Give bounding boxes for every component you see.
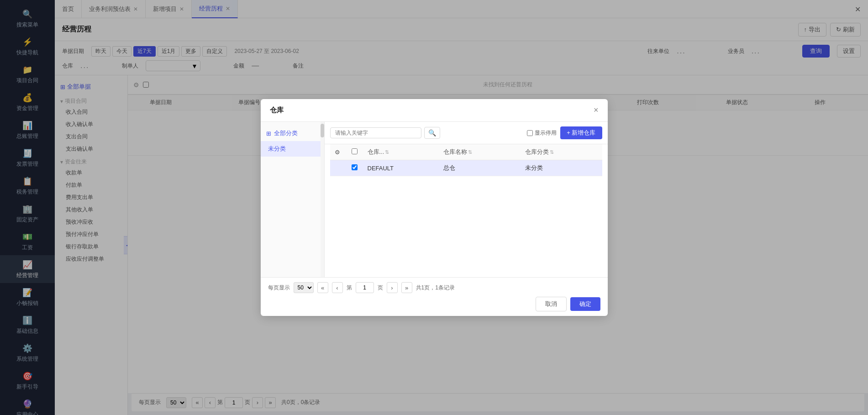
- modal-table-row[interactable]: DEFAULT 总仓 未分类: [330, 160, 602, 176]
- modal-page-input[interactable]: [356, 282, 374, 293]
- modal-all-category[interactable]: ⊞ 全部分类: [261, 126, 324, 141]
- modal-search-area: 🔍: [330, 127, 524, 139]
- modal-th-category: 仓库分类⇅: [521, 144, 602, 160]
- modal-per-page-select[interactable]: 50: [294, 282, 314, 293]
- modal-header: 仓库 ×: [261, 99, 608, 122]
- modal-actions: 取消 确定: [268, 297, 600, 311]
- modal-footer: 每页显示 50 « ‹ 第 页 › » 共1页，1条记录 取消 确定: [261, 277, 608, 316]
- confirm-button[interactable]: 确定: [570, 297, 600, 311]
- add-warehouse-btn[interactable]: + 新增仓库: [560, 126, 602, 139]
- modal-th-check: [347, 144, 363, 160]
- modal-uncategorized[interactable]: 未分类: [261, 141, 324, 157]
- modal-close-btn[interactable]: ×: [594, 105, 599, 115]
- grid-icon-modal: ⊞: [266, 130, 271, 137]
- row-name: 总仓: [439, 160, 521, 176]
- warehouse-modal: 仓库 × ⊞ 全部分类 未分类: [261, 99, 608, 316]
- modal-prev-btn[interactable]: ‹: [332, 282, 343, 293]
- modal-first-btn[interactable]: «: [317, 282, 328, 293]
- sidebar-scrollbar: [321, 122, 324, 277]
- modal-last-btn[interactable]: »: [401, 282, 412, 293]
- modal-select-all[interactable]: [352, 148, 358, 154]
- modal-th-name: 仓库名称⇅: [439, 144, 521, 160]
- show-disabled-checkbox[interactable]: [527, 130, 533, 136]
- modal-search-input[interactable]: [330, 127, 421, 138]
- modal-next-btn[interactable]: ›: [387, 282, 398, 293]
- cancel-button[interactable]: 取消: [536, 297, 567, 311]
- row-checkbox[interactable]: [347, 160, 363, 176]
- modal-title: 仓库: [270, 106, 284, 115]
- modal-pagination: 每页显示 50 « ‹ 第 页 › » 共1页，1条记录: [268, 282, 600, 293]
- row-code: DEFAULT: [363, 160, 439, 176]
- modal-main: 🔍 显示停用 + 新增仓库 ⚙: [325, 122, 608, 277]
- modal-th-code: 仓库...⇅: [363, 144, 439, 160]
- row-category: 未分类: [521, 160, 602, 176]
- modal-body: ⊞ 全部分类 未分类 🔍: [261, 122, 608, 277]
- modal-sidebar: ⊞ 全部分类 未分类: [261, 122, 325, 277]
- modal-search-button[interactable]: 🔍: [424, 127, 440, 139]
- modal-table: ⚙ 仓库...⇅ 仓库名称⇅: [330, 144, 602, 176]
- modal-th-settings: ⚙: [330, 144, 347, 160]
- sidebar-scrollbar-thumb: [321, 124, 324, 137]
- modal-table-wrap: ⚙ 仓库...⇅ 仓库名称⇅: [325, 144, 608, 277]
- show-disabled-label[interactable]: 显示停用: [527, 129, 557, 137]
- row-settings: [330, 160, 347, 176]
- modal-toolbar: 🔍 显示停用 + 新增仓库: [325, 122, 608, 144]
- modal-overlay: 仓库 × ⊞ 全部分类 未分类: [0, 0, 868, 415]
